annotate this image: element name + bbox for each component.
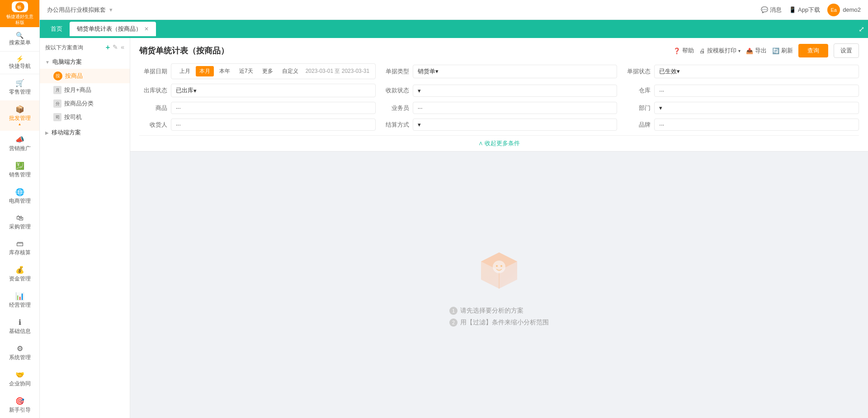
refresh-btn[interactable]: 🔄 刷新: [772, 47, 793, 55]
tab-bar: 首页 销货单统计表（按商品） ✕ ⤢: [40, 20, 868, 38]
date-range-selector: 上月 本月 本年 近7天 更多 自定义 2023-03-01 至 2023-03…: [176, 66, 371, 76]
tree-item-by-product[interactable]: 按 按商品: [40, 69, 130, 83]
payment-dropdown-icon: ▾: [418, 121, 421, 128]
tree-item-by-category-label: 按商品分类: [64, 100, 94, 108]
tree-collapse-icon: ▶: [45, 130, 49, 135]
sidebar-item-sales[interactable]: 💹 销售管理: [0, 157, 39, 183]
wholesale-icon: 📦: [15, 105, 24, 114]
collapse-panel-btn[interactable]: «: [121, 43, 124, 52]
sidebar-item-finance[interactable]: 💰 资金管理: [0, 261, 39, 287]
filter-brand-input[interactable]: ···: [654, 119, 859, 131]
sidebar-item-retail-label: 零售管理: [9, 88, 31, 96]
sidebar-item-marketing[interactable]: 📣 营销推广: [0, 131, 39, 157]
inventory-icon: 🗃: [16, 240, 24, 248]
tree-group-mobile: ▶ 移动端方案: [40, 126, 130, 139]
page-title-row: 销货单统计表（按商品） ❓ 帮助 🖨 按模板打印 ▾ 📤: [139, 43, 859, 58]
logo-icon: 畅: [12, 1, 28, 12]
date-btn-last-month[interactable]: 上月: [176, 66, 194, 76]
sidebar-item-retail[interactable]: 🛒 零售管理: [0, 74, 39, 100]
tip-2-text: 用【过滤】条件来缩小分析范围: [460, 318, 549, 327]
filter-consignee-cell: 收货人 ···: [139, 119, 376, 131]
brand-more-icon: ···: [659, 121, 664, 128]
filter-doc-type-input[interactable]: 销货单 ▾: [413, 65, 618, 78]
tree-item-by-month-product[interactable]: 月 按月+商品: [40, 83, 130, 97]
sidebar-item-system[interactable]: ⚙ 系统管理: [0, 340, 39, 366]
user-profile[interactable]: Ea demo2: [827, 4, 861, 16]
collapse-bar[interactable]: ∧ 收起更多条件: [139, 135, 859, 151]
filter-consignee-input[interactable]: ···: [171, 119, 376, 131]
doc-type-dropdown-icon: ▾: [435, 68, 439, 75]
page-body: 按以下方案查询 + ✎ « ▼ 电脑端方案 按 按商品 月 按月: [40, 38, 868, 418]
sidebar-item-purchase[interactable]: 🛍 采购管理: [0, 209, 39, 235]
filter-warehouse-input[interactable]: ···: [654, 85, 859, 97]
filter-salesperson-input[interactable]: ···: [413, 102, 618, 114]
help-btn[interactable]: ❓ 帮助: [673, 47, 694, 55]
tree-item-by-category[interactable]: 分 按商品分类: [40, 97, 130, 110]
search-menu[interactable]: 🔍 搜索菜单: [0, 27, 39, 52]
logo-sublabel: 标版: [15, 19, 24, 26]
breadcrumb-dropdown-icon[interactable]: ▾: [109, 6, 113, 13]
tree-expand-icon: ▼: [45, 60, 50, 65]
settings-button[interactable]: 设置: [834, 43, 859, 58]
print-template-btn[interactable]: 🖨 按模板打印 ▾: [699, 47, 741, 55]
left-panel-header: 按以下方案查询 + ✎ «: [40, 43, 130, 55]
out-status-dropdown-icon: ▾: [193, 87, 197, 94]
query-button[interactable]: 查询: [798, 44, 828, 57]
filter-salesperson-cell: 业务员 ···: [381, 102, 618, 114]
filter-doc-type-label: 单据类型: [381, 67, 413, 76]
filter-warehouse-label: 仓库: [623, 86, 654, 95]
operation-icon: 📊: [15, 292, 24, 300]
sidebar-item-enterprise-label: 企业协同: [9, 380, 31, 388]
sidebar-item-newbie[interactable]: 🎯 新手引导: [0, 392, 39, 418]
edit-scheme-btn[interactable]: ✎: [113, 43, 118, 52]
svg-text:畅: 畅: [17, 5, 21, 10]
date-btn-custom[interactable]: 自定义: [278, 66, 302, 76]
filter-date-input[interactable]: 上月 本月 本年 近7天 更多 自定义 2023-03-01 至 2023-03…: [171, 63, 376, 79]
quick-nav[interactable]: ⚡ 快捷导航: [0, 52, 39, 74]
sidebar-item-operation[interactable]: 📊 经营管理: [0, 287, 39, 314]
collapse-label: ∧ 收起更多条件: [478, 140, 520, 147]
system-icon: ⚙: [17, 344, 23, 353]
tab-home[interactable]: 首页: [43, 22, 70, 36]
tab-expand-icon[interactable]: ⤢: [859, 25, 864, 33]
date-btn-more[interactable]: 更多: [259, 66, 277, 76]
date-btn-this-month[interactable]: 本月: [196, 66, 214, 76]
filter-out-status-input[interactable]: 已出库 ▾: [171, 84, 376, 97]
sidebar-item-enterprise[interactable]: 🤝 企业协同: [0, 366, 39, 392]
tab-sales-stat[interactable]: 销货单统计表（按商品） ✕: [70, 22, 156, 36]
message-btn[interactable]: 💬 消息: [761, 6, 782, 14]
left-panel-title: 按以下方案查询: [45, 44, 83, 52]
filter-doc-status-input[interactable]: 已生效 ▾: [654, 65, 859, 78]
sidebar-item-finance-label: 资金管理: [9, 275, 31, 283]
tree-item-by-printer[interactable]: 司 按司机: [40, 110, 130, 124]
filter-department-input[interactable]: ▾: [654, 102, 859, 114]
tab-close-icon[interactable]: ✕: [144, 26, 149, 32]
filter-payment-input[interactable]: ▾: [413, 119, 618, 131]
sidebar-item-wholesale-label: 批发管理: [9, 114, 31, 122]
sidebar-item-marketing-label: 营销推广: [9, 145, 31, 152]
add-scheme-btn[interactable]: +: [106, 43, 110, 52]
filter-receipt-status-input[interactable]: ▾: [413, 85, 618, 97]
receipt-status-dropdown-icon: ▾: [418, 87, 421, 94]
sidebar-item-newbie-label: 新手引导: [9, 406, 31, 414]
top-header-right: 💬 消息 📱 App下载 Ea demo2: [761, 4, 861, 16]
export-btn[interactable]: 📤 导出: [746, 47, 767, 55]
date-btn-7days[interactable]: 近7天: [236, 66, 257, 76]
filter-doc-status-value: 已生效: [659, 67, 677, 76]
tree-group-desktop-header[interactable]: ▼ 电脑端方案: [40, 55, 130, 69]
sidebar-item-inventory[interactable]: 🗃 库存核算: [0, 235, 39, 261]
sidebar-item-ecommerce[interactable]: 🌐 电商管理: [0, 183, 39, 209]
filter-brand-cell: 品牌 ···: [623, 119, 859, 131]
date-btn-this-year[interactable]: 本年: [216, 66, 234, 76]
tree-group-mobile-header[interactable]: ▶ 移动端方案: [40, 126, 130, 139]
sidebar-item-wholesale[interactable]: 📦 批发管理 ▲: [0, 100, 39, 131]
refresh-icon: 🔄: [772, 48, 779, 54]
svg-point-6: [496, 265, 498, 267]
app-download-btn[interactable]: 📱 App下载: [789, 6, 820, 14]
logo-text: 畅捷通好生意: [6, 14, 33, 19]
filter-product-input[interactable]: ···: [171, 102, 376, 114]
by-category-icon: 分: [53, 100, 61, 108]
page-title-bar: 销货单统计表（按商品） ❓ 帮助 🖨 按模板打印 ▾ 📤: [130, 38, 868, 152]
sidebar-item-basic[interactable]: ℹ 基础信息: [0, 314, 39, 340]
tree-item-by-product-label: 按商品: [65, 72, 83, 80]
